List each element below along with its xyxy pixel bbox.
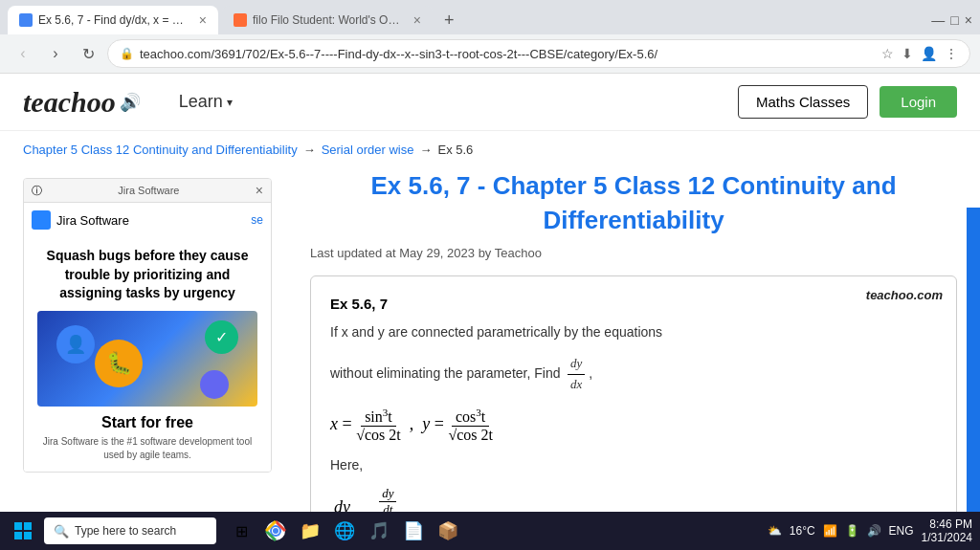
ad-image: 👤 🐛 ✓: [37, 311, 257, 407]
learn-label: Learn: [179, 92, 223, 112]
right-sidebar-bar: [967, 208, 980, 533]
sound-icon[interactable]: 🔊: [120, 92, 141, 113]
date-text: 1/31/2024: [922, 531, 972, 544]
ad-figure4: [200, 370, 229, 399]
address-bar-icons: ☆ ⬇ 👤 ⋮: [881, 46, 958, 61]
lock-icon: 🔒: [120, 47, 134, 60]
network-icon: 📶: [823, 524, 837, 538]
article-meta: Last updated at May 29, 2023 by Teachoo: [310, 246, 957, 260]
browser-controls: ‹ › ↻ 🔒 teachoo.com/3691/702/Ex-5.6--7--…: [0, 34, 980, 73]
page: teachoo 🔊 Learn ▾ Maths Classes Login Ch…: [0, 74, 980, 550]
url-display: teachoo.com/3691/702/Ex-5.6--7----Find-d…: [140, 47, 657, 61]
inactive-tab[interactable]: filo Filo Student: World's Only Live ×: [222, 6, 433, 34]
math-here: Here,: [330, 457, 937, 473]
tab-close-button[interactable]: ×: [199, 12, 207, 28]
taskbar-explorer-icon[interactable]: 📁: [295, 516, 325, 546]
comma-label: ,: [589, 365, 592, 381]
breadcrumb-serial-link[interactable]: Serial order wise: [322, 143, 414, 157]
taskbar-search-icon: 🔍: [54, 524, 69, 539]
learn-nav-button[interactable]: Learn ▾: [179, 92, 233, 112]
tab-favicon: [19, 13, 33, 27]
math-text2: without eliminating the parameter, Find …: [330, 354, 937, 395]
math-formula: x = sin3t √cos 2t , y = cos3t √cos 2t: [330, 407, 937, 444]
tab-close-filo-button[interactable]: ×: [413, 12, 421, 28]
taskbar-right: ⛅ 16°C 📶 🔋 🔊 ENG 8:46 PM 1/31/2024: [768, 517, 972, 544]
breadcrumb: Chapter 5 Class 12 Continuity and Differ…: [0, 131, 980, 168]
ad-figure1: 👤: [56, 325, 95, 363]
article: Ex 5.6, 7 - Chapter 5 Class 12 Continuit…: [310, 168, 957, 550]
svg-rect-1: [24, 522, 32, 530]
taskbar-acrobat-icon[interactable]: 📄: [398, 516, 429, 546]
taskbar-more-apps-icon[interactable]: 📦: [433, 516, 463, 546]
maximize-button[interactable]: □: [950, 12, 958, 28]
ad-body: Squash bugs before they cause trouble by…: [24, 237, 271, 472]
taskbar-battery: 🔋: [845, 524, 859, 538]
ad-cta-text: Start for free: [37, 414, 257, 431]
forward-button[interactable]: ›: [42, 40, 69, 67]
taskbar: 🔍 Type here to search ⊞ 📁 🌐 🎵 📄 📦 ⛅ 16°C…: [0, 512, 980, 550]
address-bar[interactable]: 🔒 teachoo.com/3691/702/Ex-5.6--7----Find…: [107, 39, 970, 68]
math-text1-content: If x and y are connected parametrically …: [330, 324, 662, 340]
taskbar-edge-icon[interactable]: 🌐: [329, 516, 360, 546]
close-browser-button[interactable]: ×: [965, 12, 972, 28]
math-text1: If x and y are connected parametrically …: [330, 321, 937, 342]
maths-classes-button[interactable]: Maths Classes: [738, 85, 868, 119]
breadcrumb-arrow1: →: [303, 143, 316, 157]
ad-top-bar: ⓘ Jira Software ×: [24, 179, 271, 203]
weather-icon: ⛅: [768, 524, 782, 538]
taskbar-spotify-icon[interactable]: 🎵: [364, 516, 394, 546]
browser-chrome: Ex 5.6, 7 - Find dy/dx, x = sin^3 × filo…: [0, 0, 980, 74]
ad-info-icon[interactable]: ⓘ: [32, 184, 42, 198]
breadcrumb-current: Ex 5.6: [437, 143, 473, 157]
taskbar-search-text: Type here to search: [75, 524, 176, 538]
taskbar-search-box[interactable]: 🔍 Type here to search: [44, 517, 216, 544]
ad-figure2: 🐛: [95, 340, 143, 387]
math-box: teachoo.com Ex 5.6, 7 If x and y are con…: [310, 275, 957, 550]
profile-icon[interactable]: 👤: [921, 46, 937, 61]
temperature-display: 16°C: [790, 524, 815, 538]
ad-subtext: Jira Software is the #1 software develop…: [37, 435, 257, 462]
taskbar-time-display: 8:46 PM 1/31/2024: [922, 517, 972, 544]
main-content: ⓘ Jira Software × Jira Software se Squas…: [0, 168, 980, 550]
ad-container: ⓘ Jira Software × Jira Software se Squas…: [23, 178, 272, 473]
add-tab-button[interactable]: +: [436, 11, 462, 31]
login-button[interactable]: Login: [880, 86, 957, 118]
windows-start-button[interactable]: [8, 516, 38, 546]
ad-label: Jira Software: [118, 185, 179, 196]
tab-bar: Ex 5.6, 7 - Find dy/dx, x = sin^3 × filo…: [0, 0, 980, 34]
back-button[interactable]: ‹: [10, 40, 36, 67]
taskbar-icons: ⊞ 📁 🌐 🎵 📄 📦: [226, 516, 463, 546]
ad-se-label: se: [251, 213, 263, 227]
jira-logo-icon: [32, 210, 51, 230]
article-title: Ex 5.6, 7 - Chapter 5 Class 12 Continuit…: [310, 168, 957, 238]
more-icon[interactable]: ⋮: [945, 46, 958, 61]
ad-figure3: ✓: [205, 320, 238, 354]
left-panel: ⓘ Jira Software × Jira Software se Squas…: [23, 168, 291, 550]
taskbar-chrome-icon[interactable]: [260, 516, 291, 546]
tab-favicon-filo: [234, 13, 247, 27]
svg-rect-0: [14, 522, 22, 530]
breadcrumb-chapter-link[interactable]: Chapter 5 Class 12 Continuity and Differ…: [23, 143, 298, 157]
download-icon[interactable]: ⬇: [902, 46, 913, 61]
taskbar-view-button[interactable]: ⊞: [226, 516, 256, 546]
site-logo[interactable]: teachoo: [23, 86, 116, 119]
reload-button[interactable]: ↻: [75, 40, 101, 67]
ad-jira-header: Jira Software se: [24, 203, 271, 237]
site-header: teachoo 🔊 Learn ▾ Maths Classes Login: [0, 74, 980, 131]
volume-icon: 🔊: [867, 524, 881, 538]
ad-close-button[interactable]: ×: [256, 183, 263, 198]
svg-rect-2: [14, 532, 22, 539]
bookmark-icon[interactable]: ☆: [881, 46, 894, 61]
tab-title: Ex 5.6, 7 - Find dy/dx, x = sin^3: [38, 13, 188, 27]
time-text: 8:46 PM: [922, 517, 972, 531]
svg-rect-3: [24, 532, 32, 539]
learn-dropdown-arrow: ▾: [227, 96, 233, 109]
ad-title: Squash bugs before they cause trouble by…: [37, 247, 257, 303]
lang-label: ENG: [889, 524, 914, 538]
watermark: teachoo.com: [866, 288, 943, 302]
dy-dx-inline: dy dx: [564, 365, 589, 381]
tab-title-filo: filo Filo Student: World's Only Live: [253, 13, 402, 27]
jira-logo-text: Jira Software: [56, 213, 129, 228]
active-tab[interactable]: Ex 5.6, 7 - Find dy/dx, x = sin^3 ×: [8, 6, 218, 34]
minimize-button[interactable]: —: [931, 12, 945, 28]
